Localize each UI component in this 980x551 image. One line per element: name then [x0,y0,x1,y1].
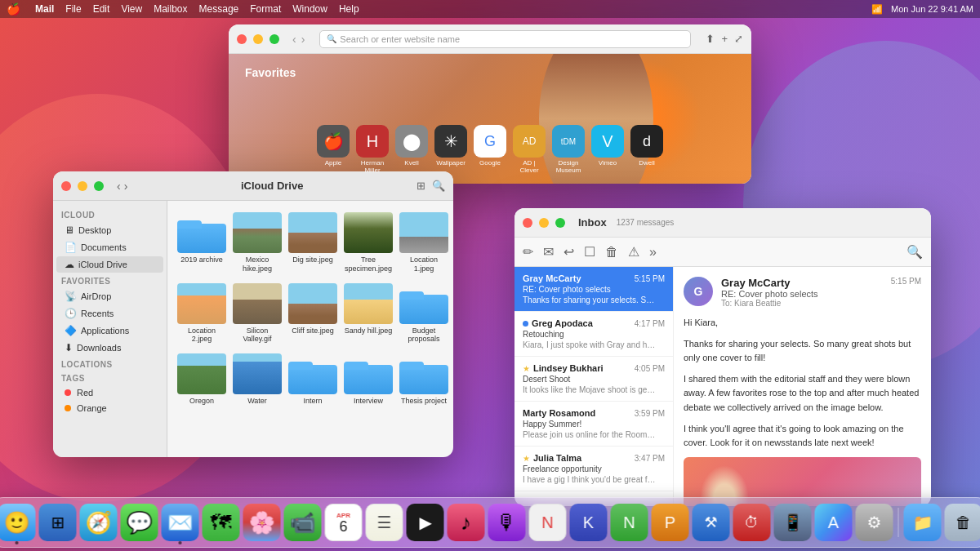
dock-photos[interactable]: 🌸 [243,504,281,541]
sidebar-item-applications[interactable]: 🔷 Applications [56,322,163,339]
mail-item-0[interactable]: Gray McCarty 5:15 PM RE: Cover photo sel… [514,267,673,312]
sidebar-item-downloads[interactable]: ⬇ Downloads [56,340,163,356]
mail-item-2[interactable]: ★ Lindsey Bukhari 4:05 PM Desert Shoot I… [514,357,673,402]
menubar-app[interactable]: Mail [35,3,54,15]
file-silicon-valley[interactable]: Silicon Valley.gif [231,280,283,348]
dock-calendar[interactable]: APR 6 [325,504,363,541]
file-interview[interactable]: Interview [342,350,394,409]
mail-minimize-button[interactable] [539,218,549,228]
fav-vimeo[interactable]: V Vimeo [591,125,624,174]
fav-design[interactable]: tDM Design Museum [552,125,585,174]
file-cliff-site[interactable]: Cliff site.jpeg [287,280,339,348]
delete-icon[interactable]: 🗑 [605,245,618,260]
sidebar-item-icloud-drive[interactable]: ☁ iCloud Drive [56,256,163,273]
mail-maximize-button[interactable] [555,218,565,228]
file-water[interactable]: Water [231,350,283,409]
file-tree-specimen[interactable]: Tree specimen.jpeg [342,209,394,277]
file-mexico-hike[interactable]: Mexico hike.jpeg [231,209,283,277]
finder-search-icon[interactable]: 🔍 [432,180,445,192]
finder-close-button[interactable] [61,181,71,191]
fav-ad[interactable]: AD AD | Clever [513,125,546,174]
finder-minimize-button[interactable] [78,181,87,191]
dock-xcode[interactable]: ⚒ [693,504,730,541]
fav-wallpaper[interactable]: ✳ Wallpaper [434,125,467,174]
dock-instruments[interactable]: ⏱ [733,504,771,541]
file-oregon[interactable]: Oregon [176,350,228,409]
compose-icon[interactable]: ✏ [523,244,533,260]
file-budget-proposals[interactable]: Budget proposals [398,280,450,348]
menubar-message[interactable]: Message [199,3,239,15]
fav-dwell[interactable]: d Dwell [630,125,663,174]
menubar-window[interactable]: Window [292,3,327,15]
dock-mail[interactable]: ✉️ [162,504,199,541]
more-icon[interactable]: » [649,245,657,260]
menubar-file[interactable]: File [65,3,81,15]
dock-music[interactable]: ♪ [448,504,485,541]
sidebar-item-desktop[interactable]: 🖥 Desktop [56,222,163,238]
safari-close-button[interactable] [237,34,247,44]
safari-maximize-button[interactable] [270,34,279,44]
mail-item-3[interactable]: Marty Rosamond 3:59 PM Happy Summer! Ple… [514,402,673,447]
dock-messages[interactable]: 💬 [121,504,158,541]
safari-urlbar[interactable]: 🔍 Search or enter website name [319,30,691,48]
file-sandy-hill[interactable]: Sandy hill.jpeg [342,280,394,348]
fav-apple[interactable]: 🍎 Apple [317,125,350,174]
dock-reminders[interactable]: ☰ [366,504,403,541]
dock-keynote[interactable]: K [570,504,608,541]
dock-trash[interactable]: 🗑 [945,504,981,541]
finder-view-options-icon[interactable]: ⊞ [416,180,425,192]
file-dig-site[interactable]: Dig site.jpeg [287,209,339,277]
menubar-view[interactable]: View [121,3,142,15]
safari-zoom-icon[interactable]: ⤢ [734,33,743,45]
apple-menu[interactable]: 🍎 [7,2,20,16]
sidebar-item-recents[interactable]: 🕒 Recents [56,305,163,322]
dock-settings[interactable]: ⚙ [856,504,893,541]
dock-safari[interactable]: 🧭 [80,504,118,541]
dock-facetime[interactable]: 📹 [284,504,322,541]
file-intern[interactable]: Intern [287,350,339,409]
sidebar-tag-red[interactable]: Red [56,385,163,400]
forward-icon[interactable]: ↩ [564,244,574,260]
fav-herman[interactable]: H Herman Miller [356,125,389,174]
safari-forward-button[interactable]: › [301,33,305,46]
menubar-edit[interactable]: Edit [93,3,110,15]
archive-icon[interactable]: ☐ [584,244,595,260]
dock-numbers[interactable]: N [611,504,648,541]
dock-news[interactable]: N [529,504,567,541]
safari-minimize-button[interactable] [253,34,263,44]
mail-close-button[interactable] [523,218,532,228]
dock-downloads-folder[interactable]: 📁 [904,504,942,541]
dock-podcasts[interactable]: 🎙 [488,504,526,541]
file-location2[interactable]: Location 2.jpeg [176,280,228,348]
menubar-mailbox[interactable]: Mailbox [154,3,187,15]
dock-appstore[interactable]: A [815,504,853,541]
finder-back-button[interactable]: ‹ [117,180,121,193]
file-2019-archive[interactable]: 2019 archive [176,209,228,277]
menubar-format[interactable]: Format [250,3,281,15]
dock-simulator[interactable]: 📱 [774,504,812,541]
finder-maximize-button[interactable] [94,181,104,191]
safari-new-tab-icon[interactable]: + [721,33,728,45]
file-location1[interactable]: Location 1.jpeg [398,209,450,277]
junk-icon[interactable]: ⚠ [628,244,639,260]
sidebar-tag-orange[interactable]: Orange [56,401,163,415]
sidebar-item-documents[interactable]: 📄 Documents [56,239,163,256]
url-text[interactable]: Search or enter website name [340,34,460,44]
fav-kvell[interactable]: ⬤ Kvell [395,125,428,174]
fav-google[interactable]: G Google [474,125,506,174]
mail-item-4[interactable]: ★ Julia Talma 3:47 PM Freelance opportun… [514,447,673,491]
sidebar-item-airdrop[interactable]: 📡 AirDrop [56,288,163,304]
dock-pages[interactable]: P [652,504,689,541]
dock-finder[interactable]: 🙂 [0,504,36,541]
file-thesis[interactable]: Thesis project [398,350,450,409]
dock-launchpad[interactable]: ⊞ [39,504,77,541]
safari-share-icon[interactable]: ⬆ [706,33,715,45]
dock-appletv[interactable]: ▶ [407,504,444,541]
dock-maps[interactable]: 🗺 [203,504,240,541]
mail-item-1[interactable]: Greg Apodaca 4:17 PM Retouching Kiara, I… [514,312,673,357]
menubar-help[interactable]: Help [339,3,359,15]
mail-search-button[interactable]: 🔍 [906,244,923,260]
safari-back-button[interactable]: ‹ [292,33,296,46]
reply-icon[interactable]: ✉ [543,244,554,260]
finder-forward-button[interactable]: › [124,180,128,193]
